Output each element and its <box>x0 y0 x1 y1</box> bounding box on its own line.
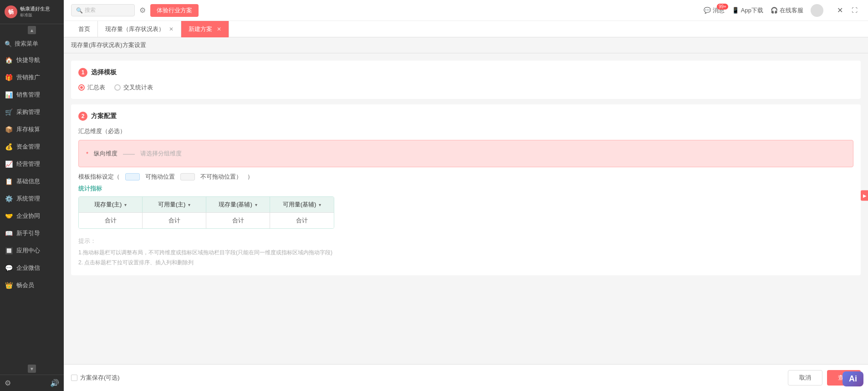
service-icon: 🎧 <box>771 7 778 14</box>
step2-title: 方案配置 <box>91 112 117 120</box>
app-icon: 📱 <box>732 7 739 14</box>
sidebar-scroll-down[interactable]: ▼ <box>28 365 36 373</box>
dimension-selector-box[interactable]: * 纵向维度 —— 请选择分组维度 <box>78 140 853 167</box>
col-label-available-qty-aux: 可用量(基辅) <box>283 201 317 209</box>
speaker-icon[interactable]: 🔊 <box>50 379 59 387</box>
indicator-fixed-box <box>180 173 195 180</box>
dimension-placeholder-text: 请选择分组维度 <box>140 149 182 158</box>
sidebar-item-operation[interactable]: 📈经营管理 <box>0 155 64 173</box>
sidebar-item-quick-nav[interactable]: 🏠快捷导航 <box>0 51 64 69</box>
col-dropdown-available-qty-aux[interactable]: ▾ <box>319 202 321 207</box>
search-placeholder: 搜索 <box>85 6 96 14</box>
template-indicator: 模板指标设定（ 可拖动位置 不可拖动位置） ） <box>78 173 853 181</box>
settings-icon[interactable]: ⚙ <box>5 379 11 387</box>
sidebar-item-basic[interactable]: 📋基础信息 <box>0 173 64 190</box>
tab-home[interactable]: 首页 <box>71 21 98 37</box>
save-label: 方案保存(可选) <box>80 374 120 382</box>
trial-button[interactable]: 体验行业方案 <box>150 4 199 17</box>
sidebar-search[interactable]: 🔍 搜索菜单 <box>0 36 64 51</box>
tab-new-plan[interactable]: 新建方案 ✕ <box>181 21 229 37</box>
col-dropdown-available-qty-main[interactable]: ▾ <box>188 202 190 207</box>
save-checkbox[interactable] <box>71 375 77 381</box>
sidebar-item-purchase[interactable]: 🛒采购管理 <box>0 103 64 121</box>
sidebar-item-system[interactable]: ⚙️系统管理 <box>0 190 64 207</box>
app-label: App下载 <box>741 6 763 15</box>
service-label: 在线客服 <box>780 6 803 15</box>
step2-block: 2 方案配置 汇总维度（必选） * 纵向维度 —— 请选择分组维度 模板指标设定… <box>71 104 861 275</box>
stats-data-current-qty-aux: 合计 <box>206 212 270 228</box>
indicator-fixed-label: 不可拖动位置） <box>200 173 242 181</box>
step1-block: 1 选择模板 汇总表 交叉统计表 <box>71 61 861 99</box>
search-icon: 🔍 <box>76 7 83 14</box>
purchase-label: 采购管理 <box>16 108 40 116</box>
marketing-label: 营销推广 <box>16 73 40 82</box>
sidebar-item-finance[interactable]: 💰资金管理 <box>0 138 64 155</box>
bottom-bar: 方案保存(可选) 取消 查询 <box>64 364 868 391</box>
radio-summary-label: 汇总表 <box>87 83 105 92</box>
dimension-dash: —— <box>123 150 135 157</box>
sidebar-item-member[interactable]: 👑畅会员 <box>0 277 64 294</box>
sidebar-item-newguide[interactable]: 📖新手引导 <box>0 225 64 242</box>
sidebar-item-wechat[interactable]: 💬企业微信 <box>0 259 64 277</box>
stats-col-current-qty-aux[interactable]: 现存量(基辅)▾ <box>206 197 270 212</box>
inventory-icon: 📦 <box>5 125 13 134</box>
quick-nav-label: 快捷导航 <box>16 56 40 64</box>
step2-header: 2 方案配置 <box>78 112 853 121</box>
dimension-label: 汇总维度（必选） <box>78 127 853 135</box>
tip-2: 2. 点击标题栏下拉可设置排序、插入列和删除列 <box>78 258 853 268</box>
sidebar-item-inventory[interactable]: 📦库存核算 <box>0 121 64 138</box>
radio-summary[interactable]: 汇总表 <box>78 83 105 92</box>
sidebar-item-enterprise[interactable]: 🤝企业协同 <box>0 207 64 225</box>
online-service-button[interactable]: 🎧 在线客服 <box>771 6 803 15</box>
sidebar-item-appcenter[interactable]: 🔲应用中心 <box>0 242 64 259</box>
topbar: 🔍 搜索 ⚙ 体验行业方案 💬 消息 99+ 📱 App下载 🎧 在线客服 <box>64 0 868 21</box>
sidebar-item-marketing[interactable]: 🎁营销推广 <box>0 69 64 86</box>
expand-window-button[interactable]: ⛶ <box>848 4 861 17</box>
right-panel-hint[interactable]: ▶ <box>861 190 868 201</box>
sales-label: 销售管理 <box>16 91 40 99</box>
save-option[interactable]: 方案保存(可选) <box>71 374 120 382</box>
indicator-label: 模板指标设定（ <box>78 173 120 181</box>
sidebar-item-sales[interactable]: 📊销售管理 <box>0 86 64 103</box>
close-window-button[interactable]: ✕ <box>833 4 846 17</box>
ai-badge[interactable]: Ai <box>842 371 863 386</box>
tab-new-plan-close[interactable]: ✕ <box>217 26 221 32</box>
tab-inventory-label: 现存量（库存状况表） <box>105 25 164 33</box>
tab-inventory-close[interactable]: ✕ <box>169 26 174 32</box>
stats-col-available-qty-aux[interactable]: 可用量(基辅)▾ <box>270 197 334 212</box>
indicator-draggable-box <box>125 173 140 180</box>
message-button[interactable]: 💬 消息 99+ <box>704 6 725 15</box>
template-radio-group: 汇总表 交叉统计表 <box>78 83 853 92</box>
col-label-available-qty-main: 可用量(主) <box>158 201 186 209</box>
message-icon: 💬 <box>704 7 711 14</box>
topbar-left: 🔍 搜索 ⚙ 体验行业方案 <box>71 4 199 17</box>
step1-header: 1 选择模板 <box>78 68 853 77</box>
radio-crosstab[interactable]: 交叉统计表 <box>114 83 153 92</box>
user-menu[interactable] <box>811 4 826 17</box>
sidebar: 畅 畅康通好生意 标准版 ▲ 🔍 搜索菜单 🏠快捷导航🎁营销推广📊销售管理🛒采购… <box>0 0 64 391</box>
operation-label: 经营管理 <box>16 160 40 168</box>
wechat-icon: 💬 <box>5 264 13 272</box>
stats-col-available-qty-main[interactable]: 可用量(主)▾ <box>143 197 206 212</box>
tab-inventory-status[interactable]: 现存量（库存状况表） ✕ <box>98 21 181 37</box>
gear-icon[interactable]: ⚙ <box>139 6 146 15</box>
stats-data-available-qty-main: 合计 <box>143 212 206 228</box>
col-label-current-qty-aux: 现存量(基辅) <box>219 201 252 209</box>
search-label: 搜索菜单 <box>15 40 38 48</box>
dimension-required-text: 纵向维度 <box>94 149 117 158</box>
col-dropdown-current-qty-main[interactable]: ▾ <box>124 202 127 207</box>
member-icon: 👑 <box>5 281 13 289</box>
cancel-button[interactable]: 取消 <box>788 370 822 386</box>
basic-icon: 📋 <box>5 177 13 185</box>
system-icon: ⚙️ <box>5 195 13 203</box>
topbar-right: 💬 消息 99+ 📱 App下载 🎧 在线客服 ✕ ⛶ <box>704 4 861 17</box>
sidebar-scroll-up[interactable]: ▲ <box>28 26 36 34</box>
stats-table: 现存量(主)▾可用量(主)▾现存量(基辅)▾可用量(基辅)▾ 合计合计合计合计 <box>78 196 334 229</box>
sidebar-logo: 畅 畅康通好生意 标准版 <box>0 0 64 24</box>
indicator-draggable-label: 可拖动位置 <box>145 173 175 181</box>
tab-home-label: 首页 <box>78 25 90 33</box>
col-dropdown-current-qty-aux[interactable]: ▾ <box>255 202 257 207</box>
topbar-search-box[interactable]: 🔍 搜索 <box>71 4 135 16</box>
stats-col-current-qty-main[interactable]: 现存量(主)▾ <box>79 197 143 212</box>
app-download-button[interactable]: 📱 App下载 <box>732 6 763 15</box>
